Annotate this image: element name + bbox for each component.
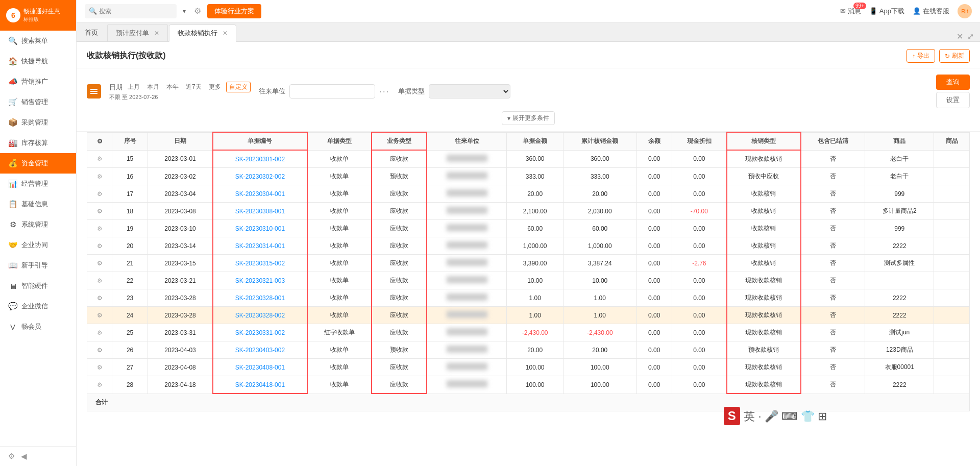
sidebar-item-fund[interactable]: 💰资金管理 (0, 153, 76, 174)
bill-no-link[interactable]: SK-20230418-001 (235, 381, 285, 388)
date-btn-this-year[interactable]: 本年 (164, 82, 181, 92)
query-btn[interactable]: 查询 (936, 75, 970, 90)
bill-no-link[interactable]: SK-20230403-002 (235, 347, 285, 354)
search-input[interactable] (99, 8, 160, 15)
export-btn[interactable]: ↑ 导出 (906, 49, 935, 63)
sidebar-item-quicknav[interactable]: 🏠快捷导航 (0, 51, 76, 71)
sidebar-label-purchase: 采购管理 (21, 118, 48, 127)
expand-more-btn[interactable]: ▾ 展开更多条件 (502, 111, 555, 125)
date-btn-custom[interactable]: 自定义 (226, 82, 251, 92)
settings-btn[interactable]: 设置 (936, 92, 970, 108)
sidebar-item-sales[interactable]: 🛒销售管理 (0, 92, 76, 112)
receipt-type-filter-group: 单据类型 (398, 84, 510, 99)
cell-gear[interactable]: ⚙ (87, 376, 112, 394)
app-download[interactable]: 📱 App下载 (869, 7, 904, 16)
close-all-icon[interactable]: ✕ (957, 32, 963, 41)
cell-gear[interactable]: ⚙ (87, 255, 112, 272)
bill-no-link[interactable]: SK-20230304-001 (235, 190, 285, 198)
cell-gear[interactable]: ⚙ (87, 289, 112, 307)
cell-date: 2023-03-01 (148, 150, 213, 168)
cell-gear[interactable]: ⚙ (87, 359, 112, 376)
bill-no-link[interactable]: SK-20230315-002 (235, 260, 285, 267)
partner-input[interactable] (289, 84, 375, 99)
topbar-gear-icon[interactable]: ⚙ (194, 6, 201, 16)
cell-cancel-type: 预收中应收 (727, 168, 801, 185)
sidebar-item-guide[interactable]: 📖新手引导 (0, 255, 76, 276)
bill-no-link[interactable]: SK-20230328-002 (235, 312, 285, 319)
cell-bill-no: SK-20230331-002 (213, 324, 307, 341)
cell-gear[interactable]: ⚙ (87, 237, 112, 255)
bill-no-link[interactable]: SK-20230321-003 (235, 277, 285, 284)
sidebar-item-wechat[interactable]: 💬企业微信 (0, 296, 76, 316)
cell-num: 16 (112, 168, 148, 185)
cell-gear[interactable]: ⚙ (87, 168, 112, 185)
cell-bill-type: 收款单 (307, 307, 372, 324)
cell-biz-type: 应收款 (372, 289, 427, 307)
cell-date: 2023-04-18 (148, 376, 213, 394)
cell-gear[interactable]: ⚙ (87, 150, 112, 168)
sidebar-item-member[interactable]: V畅会员 (0, 316, 76, 337)
sidebar-item-hardware[interactable]: 🖥智能硬件 (0, 276, 76, 296)
sidebar-item-purchase[interactable]: 📦采购管理 (0, 112, 76, 133)
cell-biz-type: 应收款 (372, 203, 427, 220)
sidebar-item-inventory[interactable]: 🏭库存核算 (0, 133, 76, 153)
sidebar-settings-icon[interactable]: ⚙ (8, 452, 15, 461)
cell-gear[interactable]: ⚙ (87, 272, 112, 289)
sidebar-item-marketing[interactable]: 📣营销推广 (0, 71, 76, 92)
cell-goods: 123D商品 (865, 341, 934, 359)
date-btn-prev-month[interactable]: 上月 (126, 82, 142, 92)
industry-btn[interactable]: 体验行业方案 (207, 4, 261, 18)
topbar-search-box[interactable]: 🔍 (85, 4, 177, 18)
filter-toggle-btn[interactable] (87, 84, 101, 99)
cell-gear[interactable]: ⚙ (87, 324, 112, 341)
tab-collection-close[interactable]: ✕ (223, 30, 228, 37)
cell-gear[interactable]: ⚙ (87, 185, 112, 203)
page-title: 收款核销执行(按收款) (87, 51, 166, 61)
topbar-dropdown[interactable]: ▾ (183, 8, 186, 15)
cell-incl-settled: 否 (801, 289, 865, 307)
bill-no-link[interactable]: SK-20230302-002 (235, 173, 285, 180)
refresh-btn[interactable]: ↻ 刷新 (939, 49, 970, 63)
col-date: 日期 (148, 132, 213, 150)
cell-cum-amount: 100.00 (564, 376, 637, 394)
table-row: ⚙ 21 2023-03-15 SK-20230315-002 收款单 应收款 … (87, 255, 970, 272)
cell-gear[interactable]: ⚙ (87, 307, 112, 324)
bill-no-link[interactable]: SK-20230408-001 (235, 364, 285, 371)
bill-no-link[interactable]: SK-20230314-001 (235, 242, 285, 250)
user-avatar[interactable]: Rit (958, 4, 972, 18)
bill-no-link[interactable]: SK-20230301-002 (235, 156, 285, 163)
bill-no-link[interactable]: SK-20230310-001 (235, 225, 285, 232)
message-icon: ✉ (840, 7, 846, 15)
tab-pending-close[interactable]: ✕ (154, 30, 159, 37)
sidebar-item-corp[interactable]: 🤝企业协同 (0, 235, 76, 255)
cell-gear[interactable]: ⚙ (87, 341, 112, 359)
col-gear[interactable]: ⚙ (87, 132, 112, 150)
cell-incl-settled: 否 (801, 359, 865, 376)
sidebar-item-search[interactable]: 🔍搜索菜单 (0, 31, 76, 51)
bill-no-link[interactable]: SK-20230331-002 (235, 329, 285, 336)
cell-gear[interactable]: ⚙ (87, 203, 112, 220)
tab-collection[interactable]: 收款核销执行 ✕ (169, 24, 236, 42)
cell-date: 2023-03-14 (148, 237, 213, 255)
sidebar-item-operation[interactable]: 📊经营管理 (0, 174, 76, 194)
sidebar-item-basic[interactable]: 📋基础信息 (0, 194, 76, 214)
col-cancel-type: 核销类型 (727, 132, 801, 150)
date-btn-7days[interactable]: 近7天 (184, 82, 204, 92)
bill-no-link[interactable]: SK-20230328-001 (235, 295, 285, 302)
tab-pending[interactable]: 预计应付单 ✕ (107, 24, 168, 41)
date-btn-more[interactable]: 更多 (207, 82, 223, 92)
online-service[interactable]: 👤 在线客服 (913, 7, 949, 16)
sidebar-item-system[interactable]: ⚙系统管理 (0, 214, 76, 235)
message-badge[interactable]: ✉ 消息 99+ (840, 7, 861, 16)
expand-icon[interactable]: ⤢ (967, 32, 974, 41)
cell-balance: 0.00 (636, 255, 672, 272)
sidebar-label-inventory: 库存核算 (21, 138, 48, 148)
tab-home[interactable]: 首页 (77, 24, 106, 41)
receipt-type-select[interactable] (429, 84, 510, 99)
cell-goods: 2222 (865, 376, 934, 394)
bill-no-link[interactable]: SK-20230308-001 (235, 208, 285, 215)
cell-gear[interactable]: ⚙ (87, 220, 112, 237)
cell-num: 18 (112, 203, 148, 220)
date-btn-this-month[interactable]: 本月 (145, 82, 161, 92)
sidebar-collapse-icon[interactable]: ◀ (21, 452, 27, 461)
